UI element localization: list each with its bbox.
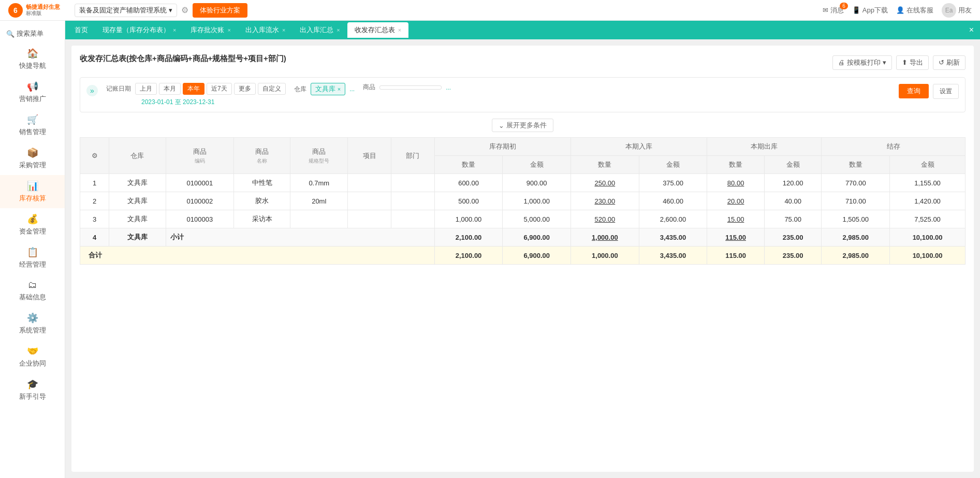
sidebar-item-purchase[interactable]: 📦 采购管理: [0, 142, 65, 175]
filter-expand-btn[interactable]: »: [86, 85, 98, 96]
settings-icon[interactable]: ⚙: [181, 5, 188, 15]
sidebar-item-finance[interactable]: 💰 资金管理: [0, 208, 65, 241]
cell-name: 胶水: [234, 192, 290, 210]
tab-bar: 首页 现存量（库存分布表） × 库存批次账 × 出入库流水 × 出入库汇总 × …: [65, 21, 980, 39]
app-download-label: App下载: [862, 6, 888, 15]
cell-close-amt: 7,525.00: [890, 210, 966, 228]
sidebar-item-system[interactable]: ⚙️ 系统管理: [0, 307, 65, 340]
cell-open-qty: 600.00: [434, 174, 503, 192]
user-btn[interactable]: Ea 用友: [942, 3, 972, 18]
cell-close-qty: 710.00: [822, 192, 890, 210]
th-open-amt: 金额: [503, 156, 571, 174]
print-btn[interactable]: 🖨 按模板打印 ▾: [832, 55, 892, 70]
th-close-amt: 金额: [890, 156, 966, 174]
th-department: 部门: [391, 138, 434, 174]
sidebar-item-operations[interactable]: 📋 经营管理: [0, 241, 65, 274]
expand-more-button[interactable]: ⌄ 展开更多条件: [492, 119, 553, 132]
cell-out-qty[interactable]: 15.00: [707, 210, 765, 228]
cell-in-qty[interactable]: 520.00: [571, 210, 639, 228]
th-opening-group: 库存期初: [434, 138, 571, 156]
th-closing-group: 结存: [822, 138, 966, 156]
refresh-btn[interactable]: ↺ 刷新: [933, 55, 966, 70]
tab-in-out-flow[interactable]: 出入库流水 ×: [238, 22, 292, 38]
cell-warehouse: 文具库: [109, 192, 166, 210]
tab-close-icon[interactable]: ×: [227, 27, 230, 33]
tab-close-icon[interactable]: ×: [173, 27, 176, 33]
service-label: 在线客服: [906, 6, 933, 15]
total-open-qty: 2,100.00: [434, 247, 503, 265]
folder-icon: 🗂: [28, 280, 37, 291]
user-name: 用友: [958, 6, 972, 15]
subtotal-close-qty: 2,985.00: [822, 228, 890, 247]
cell-in-amt: 2,600.00: [639, 210, 707, 228]
service-btn[interactable]: 👤 在线客服: [896, 6, 933, 15]
cell-no: 3: [80, 210, 109, 228]
top-header: 6 畅捷通好生意 标准版 装备及固定资产辅助管理系统 ▾ ⚙ 体验行业方案 ✉ …: [0, 0, 980, 21]
warehouse-tag: 文具库 ×: [311, 83, 345, 95]
chevron-down-icon: ▾: [883, 59, 886, 66]
cell-out-qty[interactable]: 80.00: [707, 174, 765, 192]
tab-close-icon[interactable]: ×: [398, 27, 401, 33]
cell-out-amt: 40.00: [764, 192, 822, 210]
warehouse-remove-icon[interactable]: ×: [338, 86, 341, 92]
cell-open-amt: 900.00: [503, 174, 571, 192]
tab-in-out-summary[interactable]: 出入库汇总 ×: [292, 22, 347, 38]
system-select[interactable]: 装备及固定资产辅助管理系统 ▾: [75, 4, 177, 17]
tab-close-icon[interactable]: ×: [282, 27, 285, 33]
product-more-btn[interactable]: ...: [446, 84, 451, 91]
cell-code: 0100002: [166, 192, 234, 210]
sidebar-item-collab[interactable]: 🤝 企业协同: [0, 340, 65, 373]
cell-in-qty[interactable]: 250.00: [571, 174, 639, 192]
subtotal-label: 小计: [166, 228, 434, 247]
sidebar-item-search[interactable]: 🔍 搜索菜单: [0, 25, 65, 42]
date-btn-more[interactable]: 更多: [234, 83, 256, 95]
date-buttons: 上月 本月 本年 近7天 更多 自定义: [135, 83, 286, 95]
refresh-label: 刷新: [946, 58, 960, 67]
tab-batch[interactable]: 库存批次账 ×: [183, 22, 238, 38]
date-filter-label: 记账日期: [106, 84, 131, 93]
subtotal-close-amt: 10,100.00: [890, 228, 966, 247]
cell-close-amt: 1,420.00: [890, 192, 966, 210]
sidebar-item-label: 企业协同: [19, 359, 46, 368]
header-right: ✉ 消息 6 📱 App下载 👤 在线客服 Ea 用友: [823, 3, 972, 18]
settings-button[interactable]: 设置: [933, 84, 959, 99]
tab-recv-send-summary[interactable]: 收发存汇总表 ×: [347, 22, 408, 38]
cell-no: 2: [80, 192, 109, 210]
tab-home[interactable]: 首页: [67, 22, 95, 38]
cell-in-qty[interactable]: 230.00: [571, 192, 639, 210]
date-btn-this-month[interactable]: 本月: [159, 83, 181, 95]
th-period-out-group: 本期出库: [707, 138, 822, 156]
th-in-amt: 金额: [639, 156, 707, 174]
date-btn-custom[interactable]: 自定义: [258, 83, 286, 95]
app-download-btn[interactable]: 📱 App下载: [852, 6, 888, 15]
sidebar-item-marketing[interactable]: 📢 营销推广: [0, 76, 65, 109]
cell-name: 采访本: [234, 210, 290, 228]
tab-label: 首页: [75, 25, 88, 35]
sidebar-item-label: 经营管理: [19, 260, 46, 269]
sidebar-item-quick-nav[interactable]: 🏠 快捷导航: [0, 42, 65, 76]
experience-button[interactable]: 体验行业方案: [193, 3, 247, 18]
message-btn[interactable]: ✉ 消息 6: [823, 6, 844, 15]
cell-code: 0100001: [166, 174, 234, 192]
page-content: 收发存汇总表(按仓库+商品编码+商品+规格型号+项目+部门) 🖨 按模板打印 ▾…: [65, 39, 980, 478]
tab-bar-close[interactable]: ×: [965, 25, 978, 35]
export-btn[interactable]: ⬆ 导出: [896, 55, 929, 70]
tab-stock-dist[interactable]: 现存量（库存分布表） ×: [95, 22, 183, 38]
sidebar-item-sales[interactable]: 🛒 销售管理: [0, 109, 65, 142]
sidebar-item-inventory[interactable]: 📊 库存核算: [0, 175, 65, 208]
th-settings[interactable]: ⚙: [80, 138, 109, 174]
date-btn-7days[interactable]: 近7天: [207, 83, 232, 95]
tab-close-icon[interactable]: ×: [337, 27, 340, 33]
sidebar: 🔍 搜索菜单 🏠 快捷导航 📢 营销推广 🛒 销售管理 📦 采购管理 📊 库存核…: [0, 21, 65, 478]
date-btn-this-year[interactable]: 本年: [183, 83, 204, 95]
sidebar-item-guide[interactable]: 🎓 新手引导: [0, 373, 65, 407]
date-btn-last-month[interactable]: 上月: [135, 83, 157, 95]
product-input[interactable]: [379, 85, 442, 90]
cell-out-qty[interactable]: 20.00: [707, 192, 765, 210]
page-title: 收发存汇总表(按仓库+商品编码+商品+规格型号+项目+部门): [80, 54, 286, 64]
query-button[interactable]: 查询: [899, 84, 929, 98]
sidebar-item-basics[interactable]: 🗂 基础信息: [0, 274, 65, 307]
search-icon: 🔍: [6, 30, 14, 38]
warehouse-more-btn[interactable]: ...: [349, 85, 355, 93]
filter-bar: » 记账日期 上月 本月 本年 近7天 更多 自定义: [80, 77, 966, 112]
